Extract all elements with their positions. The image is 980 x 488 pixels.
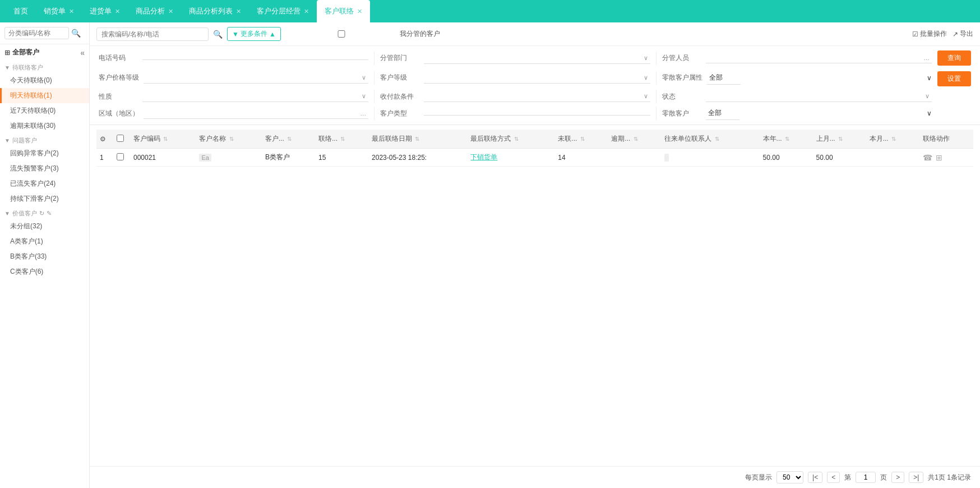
settings-button[interactable]: 设置: [937, 71, 971, 86]
triangle-icon-3: ▼: [4, 210, 10, 217]
sort-uncontacted-icon[interactable]: ⇅: [580, 136, 585, 142]
sidebar-search-input[interactable]: [4, 27, 69, 39]
cell-checkbox: [113, 149, 130, 167]
filter-gender-field: 性质 ∨: [99, 91, 368, 102]
filter-dept-field: 分管部门 ∨: [380, 53, 650, 64]
cell-last-month: 50.00: [813, 149, 866, 167]
contact-action-icon[interactable]: ☎: [923, 153, 932, 162]
prev-page-button[interactable]: <: [827, 472, 840, 483]
sort-type-icon[interactable]: ⇅: [287, 136, 292, 142]
current-page-input[interactable]: [856, 472, 876, 483]
close-customer-segmentation-icon[interactable]: ✕: [304, 8, 309, 15]
close-purchase-order-icon[interactable]: ✕: [115, 8, 120, 15]
sort-code-icon[interactable]: ⇅: [163, 136, 168, 142]
filter-region-select[interactable]: …: [144, 108, 368, 119]
nav-sales-order[interactable]: 销货单 ✕: [36, 0, 82, 22]
sidebar-item-7days-contact[interactable]: 近7天待联络(0): [0, 103, 89, 118]
sort-contact-icon[interactable]: ⇅: [340, 136, 345, 142]
nav-product-analysis-list[interactable]: 商品分析列表 ✕: [181, 0, 249, 22]
advanced-filter-panel: 电话号码 分管部门 ∨ 分管人员 …: [90, 46, 980, 125]
sort-method-icon[interactable]: ⇅: [514, 136, 519, 142]
sort-name-icon[interactable]: ⇅: [229, 136, 234, 142]
filter-retail-customer-select[interactable]: 全部: [706, 107, 739, 120]
sidebar-item-overdue-contact[interactable]: 逾期未联络(30): [0, 118, 89, 133]
search-input[interactable]: [96, 27, 209, 41]
sidebar-item-today-contact[interactable]: 今天待联络(0): [0, 73, 89, 88]
next-page-button[interactable]: >: [891, 472, 904, 483]
last-contact-method-link[interactable]: 下销货单: [470, 153, 497, 161]
sort-overdue-icon[interactable]: ⇅: [634, 136, 638, 142]
nav-purchase-order[interactable]: 进货单 ✕: [82, 0, 128, 22]
page-size-select[interactable]: 50: [776, 471, 803, 484]
action-icons-container: ☎ ⊞: [923, 153, 970, 162]
close-sales-order-icon[interactable]: ✕: [69, 8, 74, 15]
sidebar-item-c-class[interactable]: C类客户(6): [0, 264, 89, 279]
more-conditions-button[interactable]: ▼ 更多条件 ▲: [227, 27, 281, 41]
cell-num: 1: [96, 149, 113, 167]
filter-payment-select[interactable]: ∨: [424, 91, 650, 102]
sidebar-item-declining[interactable]: 持续下滑客户(2): [0, 191, 89, 206]
sort-last-month-icon[interactable]: ⇅: [838, 136, 843, 142]
my-customers-checkbox-label[interactable]: 我分管的客户: [285, 29, 440, 39]
filter-retail-attr-select[interactable]: 全部: [707, 71, 741, 85]
first-page-button[interactable]: |<: [808, 472, 822, 483]
filter-gender-label: 性质: [99, 92, 138, 102]
sidebar-all-customers[interactable]: ⊞ 全部客户 «: [0, 44, 89, 61]
nav-customer-segmentation[interactable]: 客户分层经营 ✕: [249, 0, 317, 22]
export-button[interactable]: ↗ 导出: [953, 29, 973, 39]
sidebar-item-repurchase-abnormal[interactable]: 回购异常客户(2): [0, 146, 89, 161]
filter-customer-level-field: 客户等级 ∨: [380, 72, 650, 84]
nav-product-analysis[interactable]: 商品分析 ✕: [128, 0, 181, 22]
edit-icon[interactable]: ✎: [47, 210, 52, 217]
filter-manager-select[interactable]: …: [706, 53, 932, 63]
search-button-icon[interactable]: 🔍: [213, 30, 223, 39]
sort-this-month-icon[interactable]: ⇅: [891, 136, 896, 142]
nav-customer-contact[interactable]: 客户联络 ✕: [317, 0, 370, 22]
content-area: 🔍 ▼ 更多条件 ▲ 我分管的客户 ☑ 批量操作 ↗ 导出: [90, 22, 980, 488]
batch-operation-button[interactable]: ☑ 批量操作: [912, 29, 947, 39]
sort-date-icon[interactable]: ⇅: [415, 136, 419, 142]
divider-3: [374, 71, 375, 85]
nav-home[interactable]: 首页: [6, 0, 36, 22]
chevron-down-price-icon: ∨: [362, 74, 366, 81]
col-customer-code: 客户编码 ⇅: [130, 130, 196, 149]
settings-col-icon[interactable]: ⚙: [100, 135, 106, 143]
chevron-down-manager-icon: …: [923, 54, 930, 61]
more-action-icon[interactable]: ⊞: [936, 153, 942, 162]
query-button[interactable]: 查询: [937, 50, 971, 66]
col-settings: ⚙: [96, 130, 113, 149]
page-suffix: 页: [880, 473, 887, 482]
collapse-sidebar-icon[interactable]: «: [80, 48, 85, 57]
sort-unit-icon[interactable]: ⇅: [715, 136, 719, 142]
divider-8: [656, 107, 657, 120]
close-product-analysis-icon[interactable]: ✕: [168, 8, 173, 15]
close-customer-contact-icon[interactable]: ✕: [357, 8, 362, 15]
filter-customer-type-select[interactable]: [424, 112, 650, 116]
sidebar-item-churn-warning[interactable]: 流失预警客户(3): [0, 161, 89, 176]
filter-dept-select[interactable]: ∨: [424, 53, 650, 64]
close-product-analysis-list-icon[interactable]: ✕: [236, 8, 241, 15]
cell-contact-count: 15: [315, 149, 368, 167]
filter-row-2: 客户价格等级 ∨ 客户等级 ∨ 零散客户属性: [99, 69, 971, 86]
select-all-checkbox[interactable]: [117, 135, 124, 142]
sort-year-icon[interactable]: ⇅: [785, 136, 789, 142]
filter-gender-select[interactable]: ∨: [142, 91, 368, 102]
sidebar-item-ungrouped[interactable]: 未分组(32): [0, 219, 89, 234]
divider-4: [656, 71, 657, 85]
filter-status-select[interactable]: ∨: [706, 91, 932, 102]
row-checkbox[interactable]: [117, 153, 124, 160]
last-page-button[interactable]: >|: [909, 472, 923, 483]
filter-price-select[interactable]: ∨: [144, 72, 368, 84]
col-overdue: 逾期... ⇅: [608, 130, 661, 149]
sidebar-item-b-class[interactable]: B类客户(33): [0, 249, 89, 264]
sidebar-item-tomorrow-contact[interactable]: 明天待联络(1): [0, 88, 89, 103]
my-customers-checkbox[interactable]: [285, 30, 397, 38]
sidebar-item-a-class[interactable]: A类客户(1): [0, 234, 89, 249]
filter-level-select[interactable]: ∨: [424, 72, 650, 84]
sidebar-item-churned[interactable]: 已流失客户(24): [0, 176, 89, 191]
filter-level-label: 客户等级: [380, 73, 419, 82]
divider-7: [374, 107, 375, 120]
filter-phone-input[interactable]: [142, 56, 368, 60]
refresh-icon[interactable]: ↻: [39, 210, 44, 217]
sidebar-search-icon[interactable]: 🔍: [71, 29, 81, 38]
